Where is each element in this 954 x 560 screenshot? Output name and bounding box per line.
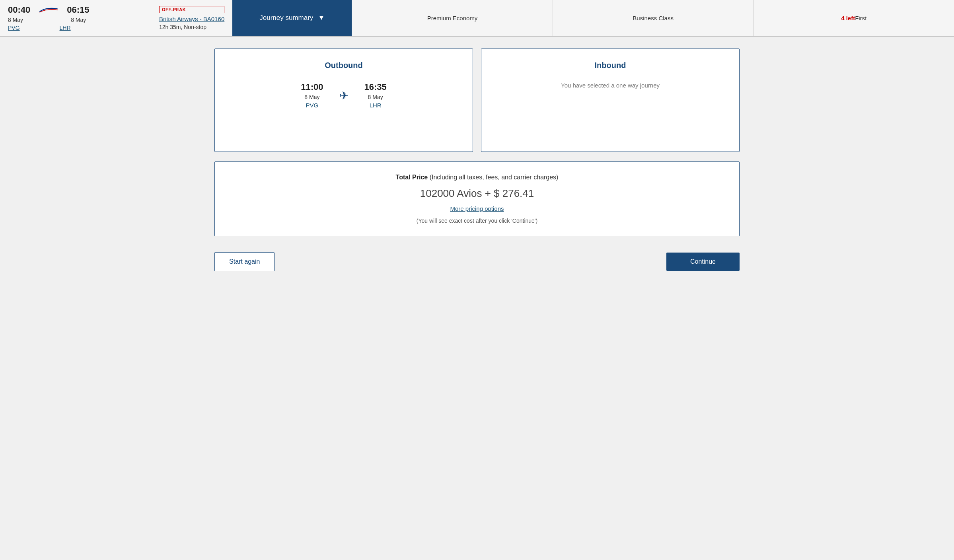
departure-date: 8 May [8, 17, 23, 23]
pricing-box: Total Price (Including all taxes, fees, … [214, 161, 740, 236]
business-class-col[interactable]: Business Class [553, 0, 753, 36]
avios-amount: 102000 Avios + $ 276.41 [231, 187, 723, 200]
off-peak-badge: OFF-PEAK [159, 6, 224, 13]
outbound-title: Outbound [231, 61, 457, 70]
total-price-suffix: (Including all taxes, fees, and carrier … [430, 174, 559, 181]
departure-time: 00:40 [8, 5, 30, 15]
more-pricing-link[interactable]: More pricing options [231, 205, 723, 212]
outbound-dep-airport[interactable]: PVG [306, 102, 319, 109]
outbound-dep-date: 8 May [301, 94, 323, 100]
first-class-label: First [855, 15, 866, 21]
plane-icon: ✈ [339, 89, 349, 102]
flight-airports: PVG LHR [8, 25, 143, 31]
business-class-label: Business Class [633, 15, 674, 21]
flight-details-section: OFF-PEAK British Airways - BA0160 12h 35… [151, 0, 232, 36]
journey-panels: Outbound 11:00 8 May PVG ✈ 16:35 8 May L… [214, 49, 740, 152]
continue-button[interactable]: Continue [666, 253, 740, 271]
premium-economy-label: Premium Economy [427, 15, 478, 21]
outbound-arr-airport[interactable]: LHR [370, 102, 382, 109]
outbound-arr-time: 16:35 [364, 82, 387, 92]
flight-times: 00:40 06:15 [8, 5, 143, 15]
inbound-panel: Inbound You have selected a one way jour… [481, 49, 740, 152]
bottom-actions: Start again Continue [214, 248, 740, 271]
outbound-departure: 11:00 8 May PVG [301, 82, 323, 109]
arrival-date: 8 May [71, 17, 86, 23]
chevron-down-icon: ▼ [318, 14, 325, 22]
arrival-airport-link[interactable]: LHR [60, 25, 71, 31]
total-price-line: Total Price (Including all taxes, fees, … [231, 174, 723, 181]
main-content: Outbound 11:00 8 May PVG ✈ 16:35 8 May L… [199, 37, 755, 283]
start-again-button[interactable]: Start again [214, 252, 275, 271]
flight-info-section: 00:40 06:15 8 May 8 May PVG LHR [0, 0, 151, 36]
fare-columns: Premium Economy Business Class 4 left Fi… [352, 0, 954, 36]
inbound-message: You have selected a one way journey [497, 82, 723, 89]
cost-note: (You will see exact cost after you click… [231, 218, 723, 224]
outbound-dep-time: 11:00 [301, 82, 323, 92]
first-class-col[interactable]: 4 left First [753, 0, 954, 36]
seats-left-label: 4 left [841, 15, 855, 21]
ba-logo [37, 5, 60, 15]
outbound-route: 11:00 8 May PVG ✈ 16:35 8 May LHR [231, 82, 457, 109]
inbound-title: Inbound [497, 61, 723, 70]
flight-meta: 12h 35m, Non-stop [159, 24, 224, 30]
carrier-link[interactable]: British Airways - BA0160 [159, 16, 224, 22]
journey-summary-bar[interactable]: Journey summary ▼ [232, 0, 352, 36]
outbound-arrival: 16:35 8 May LHR [364, 82, 387, 109]
total-price-label: Total Price [396, 174, 428, 181]
outbound-arr-date: 8 May [364, 94, 387, 100]
journey-summary-label: Journey summary [259, 14, 313, 22]
flight-header: 00:40 06:15 8 May 8 May PVG LHR OFF-PEAK… [0, 0, 954, 37]
premium-economy-col[interactable]: Premium Economy [352, 0, 553, 36]
arrival-time: 06:15 [67, 5, 89, 15]
outbound-panel: Outbound 11:00 8 May PVG ✈ 16:35 8 May L… [214, 49, 473, 152]
departure-airport-link[interactable]: PVG [8, 25, 20, 31]
flight-dates: 8 May 8 May [8, 17, 143, 23]
